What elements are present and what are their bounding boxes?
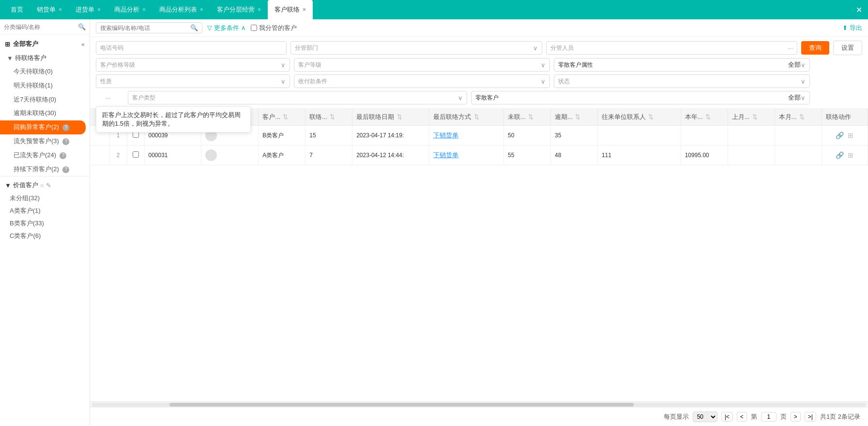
sort-last-method-icon[interactable]: ⇅	[474, 113, 479, 120]
circle-icon[interactable]: ○	[40, 182, 44, 189]
close-product-analysis-tab[interactable]: ×	[142, 6, 146, 13]
sidebar-item-churned[interactable]: 已流失客户(24) ?	[0, 148, 90, 162]
last-page-btn[interactable]: >|	[805, 412, 816, 422]
row-last-method-0[interactable]: 下销货单	[429, 126, 504, 146]
close-sales-tab[interactable]: ×	[59, 6, 62, 13]
sort-contacts-icon[interactable]: ⇅	[330, 113, 335, 120]
col-header-uncontacted[interactable]: 未联... ⇅	[504, 109, 551, 126]
filter-customer-type[interactable]: 客户类型 ∨	[128, 91, 467, 104]
scroll-thumb[interactable]	[169, 403, 634, 407]
sidebar-search-input[interactable]	[4, 24, 78, 30]
col-header-last-method[interactable]: 最后联络方式 ⇅	[429, 109, 504, 126]
sidebar-value-customers-title[interactable]: ▼ 价值客户 ○ ✎	[0, 178, 90, 192]
close-purchase-tab[interactable]: ×	[97, 6, 101, 13]
row-last-date-0: 2023-04-17 14:19:	[352, 126, 429, 146]
action-link-icon-0[interactable]: 🔗	[836, 132, 844, 139]
filter-more-dots[interactable]: ···	[96, 91, 120, 104]
collapse-all-icon[interactable]: «	[81, 41, 85, 48]
sidebar-item-churn-warning[interactable]: 流失预警客户(3) ?	[0, 134, 90, 148]
filter-scatter-customer[interactable]: 零散客户 全部 ∨	[471, 91, 810, 104]
row-actions-0: 🔗 ⊞	[822, 126, 868, 146]
close-customer-segment-tab[interactable]: ×	[258, 6, 261, 13]
filter-grade[interactable]: 客户等级 ∨	[294, 58, 550, 72]
filter-payment[interactable]: 收付款条件 ∨	[294, 74, 550, 88]
scroll-track	[92, 403, 866, 407]
sidebar-item-a-class[interactable]: A类客户(1)	[0, 205, 90, 217]
sidebar-all-customers[interactable]: ⊞ 全部客户 «	[0, 37, 90, 51]
sort-last-date-icon[interactable]: ⇅	[397, 113, 402, 120]
filter-dept[interactable]: 分管部门 ∨	[290, 41, 542, 55]
filter-price-grade[interactable]: 客户价格等级 ∨	[96, 58, 290, 72]
filter-scatter-attr[interactable]: 零散客户属性 全部 ∨	[554, 58, 810, 72]
per-page-select[interactable]: 50 10 20 100	[693, 411, 717, 422]
row-last-method-1[interactable]: 下销货单	[429, 146, 504, 165]
window-close-button[interactable]: ✕	[856, 5, 862, 15]
nav-product-analysis-list[interactable]: 商品分析列表 ×	[152, 0, 210, 19]
sort-unit-contact-icon[interactable]: ⇅	[648, 113, 654, 120]
sidebar-item-7days[interactable]: 近7天待联络(0)	[0, 93, 90, 107]
first-page-btn[interactable]: |<	[721, 412, 733, 422]
col-header-this-month[interactable]: 本月... ⇅	[775, 109, 822, 126]
col-header-last-month[interactable]: 上月... ⇅	[728, 109, 775, 126]
nav-customer-segment[interactable]: 客户分层经营 ×	[210, 0, 268, 19]
row-contacts-0: 15	[305, 126, 352, 146]
nav-purchase[interactable]: 进货单 ×	[69, 0, 107, 19]
sort-uncontacted-icon[interactable]: ⇅	[528, 113, 533, 120]
sidebar-item-repurchase-anomaly[interactable]: 回购异常客户(2) ?	[0, 120, 86, 134]
dots-icon: ···	[788, 44, 793, 52]
col-header-last-date[interactable]: 最后联络日期 ⇅	[352, 109, 429, 126]
nav-home[interactable]: 首页	[4, 0, 30, 19]
sidebar-item-b-class[interactable]: B类客户(33)	[0, 217, 90, 230]
filter-status[interactable]: 状态 ∨	[554, 74, 810, 88]
page-number-input[interactable]	[761, 412, 777, 422]
action-grid-icon-1[interactable]: ⊞	[848, 151, 853, 159]
col-header-contacts[interactable]: 联络... ⇅	[305, 109, 352, 126]
sidebar-item-overdue[interactable]: 逾期未联络(30)	[0, 106, 90, 120]
filter-phone[interactable]: 电话号码	[96, 41, 287, 55]
action-link-icon-1[interactable]: 🔗	[836, 151, 844, 159]
row-this-year-1: 10995.00	[681, 146, 728, 165]
my-customers-checkbox[interactable]	[251, 25, 257, 31]
prev-page-btn[interactable]: <	[737, 412, 747, 422]
sidebar-item-declining[interactable]: 持续下滑客户(2) ?	[0, 162, 90, 176]
sidebar-item-today[interactable]: 今天待联络(0)	[0, 65, 90, 79]
filter-nature[interactable]: 性质 ∨	[96, 74, 290, 88]
main-search-icon[interactable]: 🔍	[190, 24, 198, 31]
filter-person[interactable]: 分管人员 ···	[546, 41, 797, 55]
col-header-type[interactable]: 客户... ⇅	[259, 109, 305, 126]
action-grid-icon-0[interactable]: ⊞	[848, 132, 853, 139]
nav-product-analysis[interactable]: 商品分析 ×	[107, 0, 152, 19]
horizontal-scrollbar[interactable]	[90, 401, 868, 407]
last-method-link-0[interactable]: 下销货单	[433, 132, 458, 139]
next-page-btn[interactable]: >	[791, 412, 801, 422]
query-button[interactable]: 查询	[801, 41, 829, 55]
sidebar-search-icon[interactable]: 🔍	[78, 23, 86, 30]
close-product-analysis-list-tab[interactable]: ×	[200, 6, 203, 13]
more-conditions-btn[interactable]: ▽ 更多条件 ∧	[207, 24, 246, 32]
settings-button[interactable]: 设置	[833, 41, 862, 55]
export-button[interactable]: ⬆ 导出	[842, 24, 862, 32]
filter-panel: 电话号码 分管部门 ∨ 分管人员 ··· 查询 设置	[90, 37, 868, 109]
last-method-link-1[interactable]: 下销货单	[433, 151, 458, 159]
sidebar-group-pending[interactable]: ▼ 待联络客户	[0, 51, 90, 65]
col-header-unit-contact[interactable]: 往来单位联系人 ⇅	[597, 109, 681, 126]
sort-last-month-icon[interactable]: ⇅	[752, 113, 758, 120]
sidebar-item-tomorrow[interactable]: 明天待联络(1)	[0, 79, 90, 93]
col-header-overdue[interactable]: 逾期... ⇅	[550, 109, 597, 126]
nav-sales[interactable]: 销货单 ×	[30, 0, 69, 19]
sidebar-item-c-class[interactable]: C类客户(6)	[0, 230, 90, 242]
sidebar-item-ungrouped[interactable]: 未分组(32)	[0, 192, 90, 205]
table-area[interactable]: ⚙ 客户编码 ⇅ 客户名称 ⇅	[90, 109, 868, 401]
sort-this-month-icon[interactable]: ⇅	[799, 113, 805, 120]
col-header-this-year[interactable]: 本年... ⇅	[681, 109, 728, 126]
row-checkbox-1[interactable]	[127, 146, 144, 165]
filter-row-2: 客户价格等级 ∨ 客户等级 ∨ 零散客户属性 全部 ∨	[96, 58, 862, 72]
nav-customer-contact[interactable]: 客户联络 ×	[268, 0, 313, 19]
close-customer-contact-tab[interactable]: ×	[303, 6, 306, 13]
sort-type-icon[interactable]: ⇅	[283, 113, 288, 120]
edit-icon[interactable]: ✎	[46, 182, 51, 189]
main-search-input[interactable]	[100, 25, 188, 31]
chevron-scatter2-icon: ∨	[801, 94, 806, 102]
sort-this-year-icon[interactable]: ⇅	[705, 113, 711, 120]
sort-overdue-icon[interactable]: ⇅	[575, 113, 580, 120]
